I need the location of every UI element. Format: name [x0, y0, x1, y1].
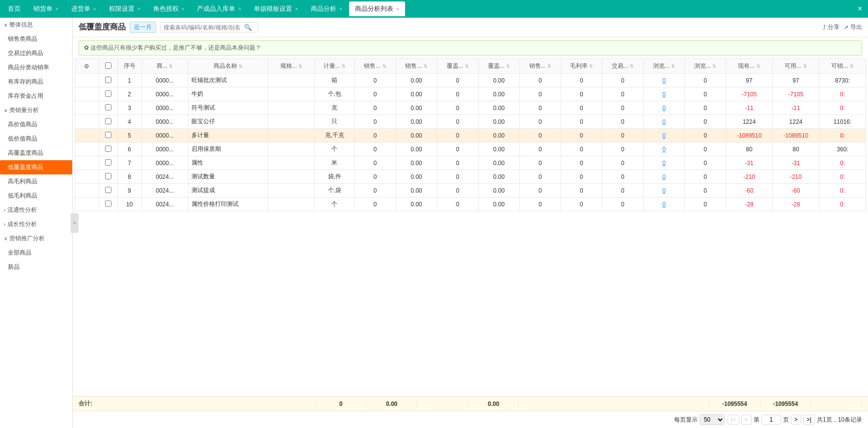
close-icon[interactable]: ×	[396, 6, 399, 12]
row-checkbox[interactable]	[99, 74, 117, 87]
sidebar-item-sales-goods[interactable]: 销售类商品	[0, 32, 72, 46]
tab-product-analysis[interactable]: 商品分析 ×	[305, 1, 348, 16]
table-row: 2 0000... 牛奶 个,包 0 0.00 0 0.00 0 0 0 0 0…	[75, 87, 866, 101]
close-icon[interactable]: ×	[137, 6, 140, 12]
export-button[interactable]: ↗ 导出	[843, 23, 862, 31]
row-gear	[75, 198, 99, 211]
row-browse1[interactable]: 0	[643, 143, 684, 156]
column-name[interactable]: 商品名称 ⇅	[188, 59, 268, 74]
sidebar-section-liquidity[interactable]: › 流通性分析	[0, 203, 72, 217]
tab-finished-goods[interactable]: 产成品入库单 ×	[191, 1, 247, 16]
close-icon[interactable]: ×	[182, 6, 185, 12]
column-code[interactable]: 商... ⇅	[141, 59, 188, 74]
row-checkbox[interactable]	[99, 143, 117, 156]
select-all-checkbox[interactable]	[105, 62, 111, 69]
sidebar-collapse-button[interactable]: «	[71, 213, 79, 233]
column-cover1[interactable]: 覆盖... ⇅	[437, 59, 478, 74]
row-checkbox[interactable]	[99, 170, 117, 184]
row-trade: 0	[602, 198, 643, 211]
page-number-input[interactable]	[761, 415, 781, 425]
sidebar-item-high-coverage[interactable]: 高覆盖度商品	[0, 146, 72, 160]
sidebar-item-in-stock[interactable]: 有库存的商品	[0, 75, 72, 89]
column-unit[interactable]: 计量... ⇅	[315, 59, 354, 74]
row-sales-amt: 0.00	[396, 156, 437, 170]
search-input[interactable]	[163, 24, 242, 31]
share-button[interactable]: ⤴ 分享	[823, 23, 840, 31]
column-gross-margin[interactable]: 毛利率 ⇅	[561, 59, 602, 74]
column-browse1[interactable]: 浏览... ⇅	[643, 59, 684, 74]
sidebar-item-low-value[interactable]: 低价值商品	[0, 132, 72, 146]
sidebar-item-all-goods[interactable]: 全部商品	[0, 246, 72, 260]
page-size-label: 每页显示	[674, 416, 698, 424]
sidebar-item-category-rate[interactable]: 商品分类动销率	[0, 60, 72, 75]
row-sales-amt: 0.00	[396, 198, 437, 211]
tab-purchase-order[interactable]: 进货单 ×	[65, 1, 102, 16]
column-trade[interactable]: 交易... ⇅	[602, 59, 643, 74]
sidebar-item-stock-capital[interactable]: 库存资金占用	[0, 89, 72, 103]
row-checkbox[interactable]	[99, 87, 117, 101]
window-close-button[interactable]: ×	[854, 4, 866, 13]
first-page-button[interactable]: |<	[728, 415, 739, 425]
sidebar-section-marketing[interactable]: ∨ 营销推广分析	[0, 231, 72, 246]
sidebar-section-sales-analysis[interactable]: ∨ 类销量分析	[0, 103, 72, 117]
tab-template-settings[interactable]: 单据模板设置 ×	[248, 1, 304, 16]
page-size-select[interactable]: 50 100 200	[700, 414, 725, 425]
row-browse1[interactable]: 0	[643, 74, 684, 87]
row-browse1[interactable]: 0	[643, 115, 684, 129]
row-browse1[interactable]: 0	[643, 101, 684, 115]
column-sellable[interactable]: 可销... ⇅	[819, 59, 866, 74]
row-browse1[interactable]: 0	[643, 198, 684, 211]
table-header-row: ⚙ 序号 商... ⇅ 商品名称 ⇅ 规格... ⇅ 计量... ⇅ 销售...…	[75, 59, 866, 74]
column-spec[interactable]: 规格... ⇅	[268, 59, 315, 74]
tab-product-analysis-list[interactable]: 商品分析列表 ×	[349, 1, 405, 16]
row-cover1: 0	[437, 198, 478, 211]
column-sales-qty[interactable]: 销售... ⇅	[354, 59, 396, 74]
row-browse1[interactable]: 0	[643, 156, 684, 170]
row-gear	[75, 74, 99, 87]
row-browse1[interactable]: 0	[643, 87, 684, 101]
sidebar-item-new-products[interactable]: 新品	[0, 260, 72, 274]
column-checkbox[interactable]	[99, 59, 117, 74]
row-browse1[interactable]: 0	[643, 184, 684, 198]
tab-permission-settings[interactable]: 权限设置 ×	[103, 1, 146, 16]
row-checkbox[interactable]	[99, 184, 117, 198]
last-page-button[interactable]: >|	[803, 415, 815, 425]
sidebar-section-growth[interactable]: › 成长性分析	[0, 217, 72, 231]
sidebar-item-low-margin[interactable]: 低毛利商品	[0, 189, 72, 203]
sidebar-section-overall[interactable]: ∨ 整体信息	[0, 18, 72, 32]
column-current-stock[interactable]: 现有... ⇅	[726, 59, 773, 74]
row-browse1[interactable]: 0	[643, 129, 684, 143]
row-sellable: 0:	[819, 129, 866, 143]
tab-home[interactable]: 首页	[2, 1, 27, 16]
row-sales-amt: 0.00	[396, 184, 437, 198]
close-icon[interactable]: ×	[55, 6, 58, 12]
share-icon: ⤴	[823, 24, 826, 31]
next-page-button[interactable]: >	[791, 415, 801, 425]
column-gear[interactable]: ⚙	[75, 59, 99, 74]
row-checkbox[interactable]	[99, 156, 117, 170]
row-browse1[interactable]: 0	[643, 170, 684, 184]
tab-sales-order[interactable]: 销货单 ×	[27, 1, 64, 16]
row-checkbox[interactable]	[99, 129, 117, 143]
row-checkbox[interactable]	[99, 115, 117, 129]
column-cover2[interactable]: 覆盖... ⇅	[478, 59, 519, 74]
sidebar-item-traded-goods[interactable]: 交易过的商品	[0, 46, 72, 60]
row-checkbox[interactable]	[99, 198, 117, 211]
row-checkbox[interactable]	[99, 101, 117, 115]
sidebar-item-high-value[interactable]: 高价值商品	[0, 117, 72, 132]
close-icon[interactable]: ×	[295, 6, 298, 12]
prev-page-button[interactable]: <	[741, 415, 752, 425]
column-sales3[interactable]: 销售... ⇅	[519, 59, 561, 74]
sidebar-item-low-coverage[interactable]: 低覆盖度商品	[0, 160, 72, 174]
close-icon[interactable]: ×	[339, 6, 342, 12]
column-available[interactable]: 可用... ⇅	[773, 59, 819, 74]
search-icon[interactable]: 🔍	[244, 24, 252, 31]
close-icon[interactable]: ×	[238, 6, 241, 12]
column-browse2[interactable]: 浏览... ⇅	[685, 59, 726, 74]
sidebar-item-high-margin[interactable]: 高毛利商品	[0, 174, 72, 189]
period-button[interactable]: 近一月	[130, 22, 156, 33]
row-num: 3	[117, 101, 141, 115]
tab-role-auth[interactable]: 角色授权 ×	[147, 1, 190, 16]
column-sales-amt[interactable]: 销售... ⇅	[396, 59, 437, 74]
close-icon[interactable]: ×	[93, 6, 96, 12]
